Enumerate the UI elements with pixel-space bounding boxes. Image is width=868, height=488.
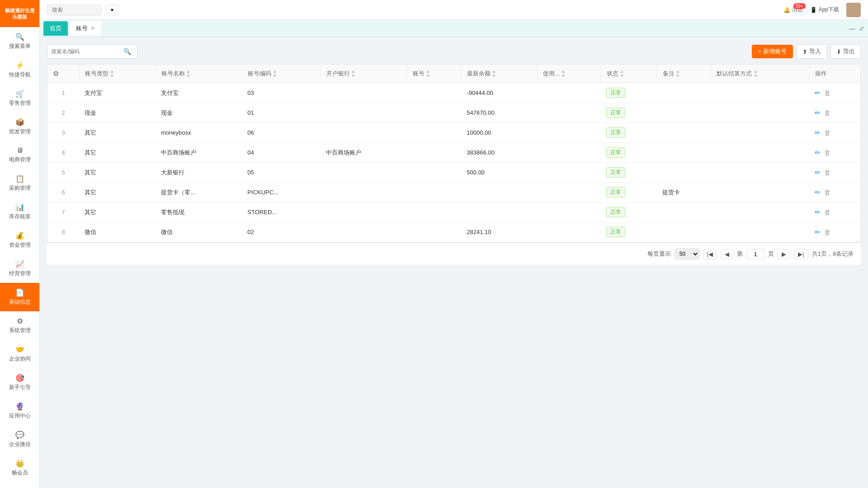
sidebar-item-purchase-mgmt[interactable]: 📋 采购管理: [0, 169, 39, 197]
row-remark: [657, 143, 711, 163]
basic-info-icon: 📄: [15, 288, 24, 297]
page-first-button[interactable]: |◀: [703, 249, 717, 259]
edit-button[interactable]: ✏: [815, 149, 821, 157]
page-last-button[interactable]: ▶|: [794, 249, 808, 259]
sidebar-item-label: 系统管理: [9, 327, 31, 334]
add-account-button[interactable]: + 新增账号: [752, 45, 793, 58]
col-usage-label: 使用...: [543, 70, 560, 78]
delete-button[interactable]: 🗑: [824, 149, 831, 157]
membership-icon: 👑: [15, 459, 24, 468]
tab-home[interactable]: 首页: [43, 21, 68, 36]
row-remark: [657, 163, 711, 183]
tab-accounts[interactable]: 账号 ✕: [70, 21, 101, 36]
user-avatar[interactable]: [846, 3, 861, 17]
sidebar-item-wholesale-mgmt[interactable]: 📦 批发管理: [0, 113, 39, 141]
dropdown-button[interactable]: ▾: [107, 5, 118, 15]
edit-button[interactable]: ✏: [815, 169, 821, 177]
col-gear[interactable]: ⚙: [47, 65, 79, 83]
col-remark[interactable]: 备注 ▲▼: [657, 65, 711, 83]
export-button[interactable]: ⬇ 导出: [830, 44, 861, 59]
row-balance: 500.00: [461, 163, 538, 183]
page-next-button[interactable]: ▶: [778, 249, 790, 259]
notification-button[interactable]: 🔔 消息 99+: [783, 6, 803, 14]
logo-text: 畅捷通好生意乐惠版: [5, 7, 35, 20]
row-code: 04: [242, 143, 321, 163]
edit-button[interactable]: ✏: [815, 228, 821, 236]
quick-nav-icon: ⚡: [15, 61, 24, 70]
page-prev-button[interactable]: ◀: [721, 249, 733, 259]
top-search-input[interactable]: [47, 5, 101, 15]
import-button[interactable]: ⬆ 导入: [797, 44, 827, 59]
row-account: [407, 163, 461, 183]
main-area: ▾ 🔔 消息 99+ 📱 App下载 首页 账号 ✕ — ⤢: [40, 0, 868, 488]
col-name[interactable]: 账号名称 ▲▼: [156, 65, 242, 83]
row-default-payment: [711, 202, 809, 222]
search-input[interactable]: [51, 48, 123, 55]
sidebar-item-label: 零售管理: [9, 99, 31, 107]
page-number-input[interactable]: [746, 249, 764, 259]
column-settings-icon[interactable]: ⚙: [53, 70, 59, 77]
app-download-button[interactable]: 📱 App下载: [810, 6, 839, 14]
app-center-icon: 🔮: [15, 402, 24, 411]
sidebar-item-corp-wechat[interactable]: 💬 企业微信: [0, 425, 39, 454]
sidebar-item-ecommerce-mgmt[interactable]: 🖥 电商管理: [0, 141, 39, 169]
row-account: [407, 143, 461, 163]
col-balance[interactable]: 最新余额 ▲▼: [461, 65, 538, 83]
row-actions: ✏ 🗑: [809, 123, 860, 143]
sidebar-item-inventory[interactable]: 📊 库存核算: [0, 197, 39, 226]
delete-button[interactable]: 🗑: [824, 169, 831, 177]
delete-button[interactable]: 🗑: [824, 109, 831, 117]
edit-button[interactable]: ✏: [815, 89, 821, 97]
row-bank: 中百商场账户: [321, 143, 407, 163]
sidebar-item-corp-agreement[interactable]: 🤝 企业协同: [0, 340, 39, 368]
sidebar-item-label: 快捷导航: [9, 71, 31, 79]
row-code: 06: [242, 123, 321, 143]
col-default-payment[interactable]: 默认结算方式 ▲▼: [711, 65, 809, 83]
tab-minimize-button[interactable]: —: [849, 25, 855, 32]
col-type[interactable]: 账号类型 ▲▼: [79, 65, 156, 83]
edit-button[interactable]: ✏: [815, 188, 821, 197]
row-num: 6: [47, 183, 79, 202]
delete-button[interactable]: 🗑: [824, 89, 831, 97]
sidebar-item-retail-mgmt[interactable]: 🛒 零售管理: [0, 84, 39, 113]
delete-button[interactable]: 🗑: [824, 228, 831, 236]
tab-close-icon[interactable]: ✕: [90, 25, 95, 32]
delete-button[interactable]: 🗑: [824, 129, 831, 137]
sidebar-item-search-menu[interactable]: 🔍 搜索菜单: [0, 27, 39, 56]
row-actions: ✏ 🗑: [809, 183, 860, 202]
row-actions: ✏ 🗑: [809, 83, 860, 103]
col-bank[interactable]: 开户银行 ▲▼: [321, 65, 407, 83]
page-size-select[interactable]: 50 100 200: [675, 249, 699, 259]
sidebar-item-quick-nav[interactable]: ⚡ 快捷导航: [0, 56, 39, 84]
sidebar-item-membership[interactable]: 👑 畅会员: [0, 454, 39, 482]
sidebar-item-ops-mgmt[interactable]: 📈 经营管理: [0, 254, 39, 283]
col-account[interactable]: 账号 ▲▼: [407, 65, 461, 83]
row-type: 其它: [79, 163, 156, 183]
sidebar-item-basic-info[interactable]: 📄 基础信息: [0, 283, 39, 311]
sidebar-item-app-center[interactable]: 🔮 应用中心: [0, 397, 39, 425]
delete-button[interactable]: 🗑: [824, 188, 831, 197]
row-num: 8: [47, 222, 79, 242]
edit-button[interactable]: ✏: [815, 109, 821, 117]
sidebar-item-label: 基础信息: [9, 298, 31, 306]
row-balance: 547670.00: [461, 103, 538, 123]
sort-remark-icon: ▲▼: [676, 69, 680, 78]
sidebar-item-beginner-guide[interactable]: 🎯 新手引导: [0, 368, 39, 397]
sidebar-logo: 畅捷通好生意乐惠版: [0, 0, 39, 27]
table-row: 2 现金 现金 01 547670.00 正常 ✏ 🗑: [47, 103, 860, 123]
edit-button[interactable]: ✏: [815, 208, 821, 216]
table-row: 4 其它 中百商场账户 04 中百商场账户 383866.00 正常 ✏ 🗑: [47, 143, 860, 163]
ecommerce-mgmt-icon: 🖥: [16, 146, 24, 155]
tab-expand-button[interactable]: ⤢: [859, 25, 864, 32]
col-code[interactable]: 账号编码 ▲▼: [242, 65, 321, 83]
sidebar-item-sys-mgmt[interactable]: ⚙ 系统管理: [0, 311, 39, 340]
row-status: 正常: [601, 183, 657, 202]
delete-button[interactable]: 🗑: [824, 208, 831, 216]
sidebar-item-finance-mgmt[interactable]: 💰 资金管理: [0, 226, 39, 254]
edit-button[interactable]: ✏: [815, 129, 821, 137]
row-account: [407, 222, 461, 242]
status-badge: 正常: [606, 167, 625, 178]
row-remark: [657, 83, 711, 103]
col-usage[interactable]: 使用... ▲▼: [538, 65, 601, 83]
col-status[interactable]: 状态 ▲▼: [601, 65, 657, 83]
